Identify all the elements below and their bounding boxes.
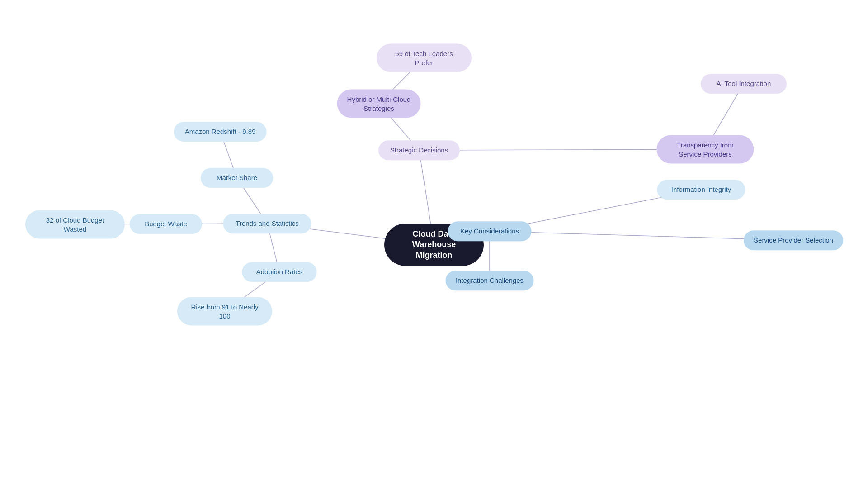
- node-cloud_budget_wasted[interactable]: 32 of Cloud Budget Wasted: [25, 210, 125, 239]
- node-amazon_redshift[interactable]: Amazon Redshift - 9.89: [174, 122, 267, 142]
- node-strategic_decisions[interactable]: Strategic Decisions: [378, 140, 460, 160]
- mind-map-container: Cloud Data Warehouse MigrationStrategic …: [0, 0, 868, 490]
- node-market_share[interactable]: Market Share: [201, 168, 273, 188]
- node-trends_statistics[interactable]: Trends and Statistics: [223, 214, 311, 233]
- node-rise_from_91[interactable]: Rise from 91 to Nearly 100: [177, 297, 272, 326]
- node-hybrid_multi_cloud[interactable]: Hybrid or Multi-Cloud Strategies: [337, 90, 421, 118]
- node-service_provider_selection[interactable]: Service Provider Selection: [744, 230, 843, 250]
- node-tech_leaders_prefer[interactable]: 59 of Tech Leaders Prefer: [377, 44, 472, 72]
- node-ai_tool_integration[interactable]: AI Tool Integration: [701, 74, 787, 94]
- node-adoption_rates[interactable]: Adoption Rates: [242, 262, 317, 282]
- node-integration_challenges[interactable]: Integration Challenges: [446, 271, 534, 290]
- node-transparency[interactable]: Transparency from Service Providers: [657, 135, 754, 164]
- node-information_integrity[interactable]: Information Integrity: [657, 180, 745, 200]
- node-key_considerations[interactable]: Key Considerations: [448, 221, 532, 241]
- node-budget_waste[interactable]: Budget Waste: [130, 214, 202, 234]
